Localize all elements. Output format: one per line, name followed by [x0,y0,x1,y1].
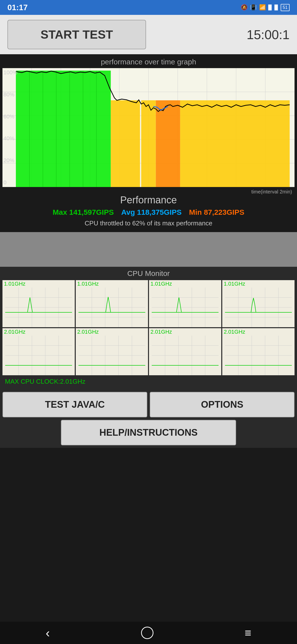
bottom-buttons: TEST JAVA/C OPTIONS HELP/INSTRUCTIONS [0,389,297,448]
svg-rect-16 [42,70,43,187]
svg-rect-17 [56,70,56,187]
wifi-icon: 📶 [259,4,266,11]
time-label: time(interval 2min) [2,189,295,195]
status-icons: 🔕 📳 📶 ▉ ▉ 51 [241,4,290,11]
cpu-freq-1: 1.01GHz [76,280,148,288]
cpu-graph-0 [2,288,75,327]
performance-section: Performance Max 141,597GIPS Avg 118,375G… [0,192,297,232]
home-button[interactable] [141,627,153,639]
signal-icon2: ▉ [275,4,278,10]
back-button[interactable]: ‹ [45,626,50,640]
vibrate-icon: 📳 [250,4,257,11]
cpu-cell-3: 1.01GHz [222,280,295,327]
svg-rect-15 [29,70,30,187]
nav-bar: ‹ ≡ [0,622,297,644]
avg-gips: Avg 118,375GIPS [121,208,182,216]
svg-rect-19 [83,70,83,187]
cpu-freq-3: 1.01GHz [222,280,295,288]
graph-section: performance over time graph 0 20% 40% 60… [0,54,297,192]
primary-buttons-row: TEST JAVA/C OPTIONS [2,392,295,417]
cpu-cell-0: 1.01GHz [2,280,75,327]
min-gips: Min 87,223GIPS [189,208,244,216]
test-java-button[interactable]: TEST JAVA/C [2,392,147,417]
status-time: 01:17 [7,3,28,12]
timer-display: 15:00:1 [247,27,290,42]
cpu-graph-3 [222,288,295,327]
cpu-cell-4: 2.01GHz [2,328,75,375]
cpu-grid-bottom: 2.01GHz 2.01GHz [2,328,295,375]
cpu-freq-4: 2.01GHz [2,328,75,336]
cpu-freq-2: 1.01GHz [149,280,221,288]
svg-rect-21 [111,100,140,187]
cpu-cell-7: 2.01GHz [222,328,295,375]
start-test-button[interactable]: START TEST [7,20,146,49]
mute-icon: 🔕 [241,4,248,11]
chart-wrapper: 0 20% 40% 60% 80% 100% [2,68,295,187]
separator [0,232,297,267]
cpu-monitor-title: CPU Monitor [2,269,295,278]
svg-rect-18 [69,70,70,187]
cpu-freq-5: 2.01GHz [76,328,148,336]
svg-rect-22 [141,100,156,187]
options-button[interactable]: OPTIONS [150,392,295,417]
svg-rect-23 [156,100,180,187]
cpu-cell-6: 2.01GHz [149,328,221,375]
help-button[interactable]: HELP/INSTRUCTIONS [61,420,236,445]
cpu-graph-1 [76,288,148,327]
max-gips: Max 141,597GIPS [53,208,114,216]
max-cpu-clock-label: MAX CPU CLOCK:2.01GHz [2,376,295,387]
performance-title: Performance [5,194,292,206]
cpu-graph-2 [149,288,221,327]
status-bar: 01:17 🔕 📳 📶 ▉ ▉ 51 [0,0,297,15]
cpu-grid-top: 1.01GHz 1 [2,280,295,327]
graph-title: performance over time graph [2,58,295,66]
bottom-dark-area [0,448,297,522]
performance-stats: Max 141,597GIPS Avg 118,375GIPS Min 87,2… [5,208,292,216]
cpu-graph-7 [222,336,295,375]
svg-rect-24 [180,100,290,187]
cpu-cell-1: 1.01GHz [76,280,148,327]
svg-rect-20 [96,70,97,187]
cpu-freq-0: 1.01GHz [2,280,75,288]
signal-icon1: ▉ [268,4,272,10]
performance-chart [2,68,295,187]
cpu-graph-5 [76,336,148,375]
throttle-info: CPU throttled to 62% of its max performa… [5,220,292,227]
cpu-monitor-section: CPU Monitor 1.01GHz [0,267,297,389]
cpu-freq-6: 2.01GHz [149,328,221,336]
cpu-graph-6 [149,336,221,375]
top-section: START TEST 15:00:1 [0,15,297,54]
cpu-graph-4 [2,336,75,375]
cpu-cell-2: 1.01GHz [149,280,221,327]
cpu-freq-7: 2.01GHz [222,328,295,336]
battery-icon: 51 [281,4,290,11]
cpu-cell-5: 2.01GHz [76,328,148,375]
menu-button[interactable]: ≡ [245,626,252,640]
